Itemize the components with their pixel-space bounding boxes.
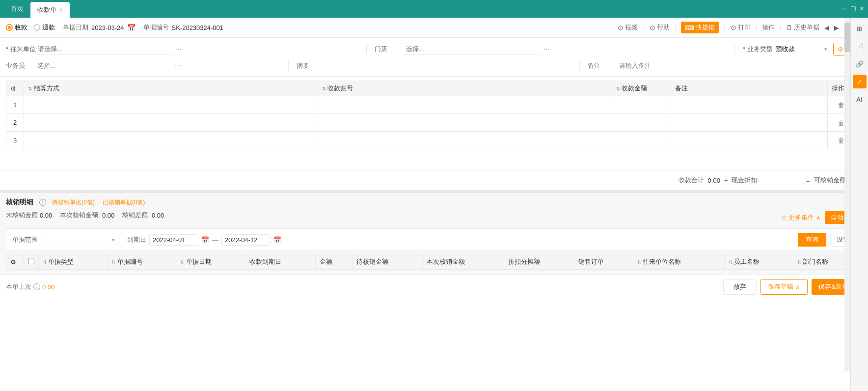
save-draft-button[interactable]: 保存草稿 ∧ [760, 279, 808, 295]
row-1-note[interactable] [671, 96, 827, 114]
bt-check-all[interactable] [28, 258, 34, 264]
operation-link[interactable]: 操作 [762, 23, 775, 32]
row-1-delete-icon[interactable]: 🗑 [838, 101, 844, 109]
diff-stat: 核销差额: 0.00 [122, 211, 164, 220]
query-button[interactable]: 查询 [798, 233, 826, 247]
scrollbar-thumb[interactable] [844, 23, 850, 52]
tab-home[interactable]: 首页 [4, 0, 30, 18]
sidebar-ai-btn[interactable]: Ai [853, 92, 867, 106]
col-note-header: 备注 [671, 81, 827, 96]
plus-sign: + [724, 177, 728, 184]
history-icon: 🗒 [786, 24, 792, 31]
tab-done[interactable]: 已核销单据(0笔) [103, 198, 145, 207]
ai-label: Ai [856, 96, 863, 103]
row-3-account[interactable] [318, 132, 612, 149]
partner-input[interactable] [36, 44, 173, 55]
more-conditions-btn[interactable]: ▽ 更多条件 ∧ [782, 213, 821, 222]
calendar-from-icon[interactable]: 📅 [201, 236, 209, 244]
bt-type-header: ⇅ 单据类型 [39, 254, 108, 270]
row-1-settle[interactable] [24, 96, 318, 114]
verify-info-icon[interactable]: i [39, 199, 46, 206]
store-more-icon[interactable]: ··· [542, 45, 552, 54]
biz-type-value: 预收款 [776, 45, 795, 54]
history-link[interactable]: 🗒 历史单据 [786, 23, 819, 32]
total-value: 0.00 [708, 177, 720, 184]
tab-receipt[interactable]: 收款单 × [30, 2, 70, 18]
scrollbar[interactable] [844, 18, 850, 371]
form-row-2: 业务员 ··· 摘要 备注 [6, 60, 862, 71]
print-link[interactable]: ⊙ 打印 [731, 23, 751, 32]
date-to-input[interactable] [221, 234, 271, 246]
row-2-delete-icon[interactable]: 🗑 [838, 119, 844, 127]
date-field: 单据日期 2023-03-24 📅 [63, 23, 136, 32]
abandon-button[interactable]: 放弃 [723, 279, 757, 295]
verify-tabs: 待核销单据(0笔) 已核销单据(0笔) [52, 198, 145, 207]
sidebar-expand-icon[interactable]: ⤢ [853, 75, 867, 88]
bt-due-header: 收款到期日 [245, 254, 315, 270]
row-2-settle[interactable] [24, 114, 318, 132]
bt-gear-header[interactable]: ⚙ [6, 254, 24, 270]
footer-info-icon[interactable]: i [33, 283, 40, 290]
radio-receive[interactable]: 收款 [6, 23, 27, 32]
shortcut-button[interactable]: ⌨ 快捷键 [681, 22, 719, 33]
row-num-3: 3 [6, 132, 24, 149]
discount-input[interactable] [763, 175, 802, 185]
tab-home-label: 首页 [11, 4, 24, 13]
bt-partner-header: ⇅ 往来单位名称 [633, 254, 724, 270]
table-row: 3 🗑 ⧉ [6, 132, 862, 149]
verify-header: 核销明细 i 待核销单据(0笔) 已核销单据(0笔) [6, 198, 862, 207]
number-field: 单据编号 SK-20230324-001 [143, 23, 224, 32]
receipt-table: ⚙ ⇅ 结算方式 ⇅ 收款账号 ⇅ 收款金额 备注 [6, 81, 862, 149]
unchecked-label: 未核销金额 [6, 211, 38, 220]
nav-right-btn[interactable]: ▶ [834, 24, 839, 31]
tab-close-icon[interactable]: × [59, 6, 63, 13]
tab-pending[interactable]: 待核销单据(0笔) [52, 198, 95, 207]
form-area: 往来单位 ··· 门店 ··· 业务类型 预收款 ▾ ⚙ 设置 [0, 38, 868, 77]
staff-more-icon[interactable]: ··· [173, 61, 183, 70]
row-1-account[interactable] [318, 96, 612, 114]
partner-label: 往来单位 [6, 45, 36, 54]
staff-input[interactable] [35, 60, 173, 71]
maximize-icon[interactable]: □ [851, 4, 856, 13]
close-window-icon[interactable]: × [860, 4, 864, 13]
col-account-header: ⇅ 收款账号 [318, 81, 612, 96]
summary-label: 摘要 [297, 61, 326, 70]
row-3-delete-icon[interactable]: 🗑 [838, 137, 844, 144]
row-3-amount[interactable] [612, 132, 671, 149]
discount-label: 现金折扣: [732, 176, 759, 185]
summary-input[interactable] [326, 60, 483, 71]
draft-chevron-icon: ∧ [795, 283, 800, 291]
row-1-amount[interactable] [612, 96, 671, 114]
video-link[interactable]: ⊙ 视频 [618, 23, 638, 32]
equals-sign: = [806, 177, 810, 184]
range-select[interactable]: ▾ [41, 235, 119, 245]
date-from-input[interactable] [149, 234, 198, 246]
partner-more-icon[interactable]: ··· [173, 45, 184, 54]
sidebar-link-icon[interactable]: 🔗 [853, 57, 867, 71]
calendar-to-icon[interactable]: 📅 [273, 236, 281, 244]
row-3-settle[interactable] [24, 132, 318, 149]
biz-type-chevron[interactable]: ▾ [824, 46, 827, 53]
row-3-note[interactable] [671, 132, 827, 149]
row-2-note[interactable] [671, 114, 827, 132]
store-input[interactable] [404, 44, 542, 55]
sidebar-doc-icon[interactable]: 📄 [853, 39, 867, 53]
store-field-group: 门店 ··· [375, 44, 727, 55]
table-gear-header[interactable]: ⚙ [6, 81, 24, 96]
net-label: 可核销金额 [814, 176, 846, 185]
help-link[interactable]: ⊙ 帮助 [650, 23, 670, 32]
toolbar-right: ⊙ 视频 | ⊙ 帮助 | ⌨ 快捷键 | ⊙ 打印 | 操作 | [618, 22, 862, 33]
current-value: 0.00 [102, 212, 114, 219]
nav-left-btn[interactable]: ◀ [824, 24, 829, 31]
row-2-account[interactable] [318, 114, 612, 132]
sidebar-table-icon[interactable]: ⊞ [853, 22, 867, 35]
row-2-amount[interactable] [612, 114, 671, 132]
note-input[interactable] [617, 60, 862, 71]
tab-bar: 首页 收款单 × ─ □ × [0, 0, 868, 18]
date-value: 2023-03-24 [91, 24, 124, 31]
col-settle-header: ⇅ 结算方式 [24, 81, 318, 96]
calendar-icon[interactable]: 📅 [127, 24, 136, 31]
minimize-icon[interactable]: ─ [841, 4, 847, 13]
radio-refund[interactable]: 退款 [33, 23, 55, 32]
bt-number-header: ⇅ 单据编号 [108, 254, 176, 270]
